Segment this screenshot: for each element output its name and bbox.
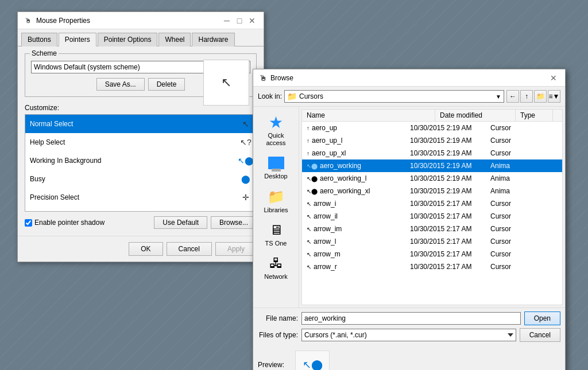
apply-button[interactable]: Apply (215, 242, 257, 256)
up-button[interactable]: ↑ (520, 90, 533, 103)
shadow-checkbox[interactable] (25, 219, 32, 227)
new-folder-button[interactable]: 📁 (534, 90, 547, 103)
file-date-7: 10/30/2015 2:17 AM (405, 211, 486, 221)
arrow-l-icon: ↖ (307, 239, 311, 245)
table-row[interactable]: ↖arrow_i 10/30/2015 2:17 AM Cursor (302, 197, 562, 210)
nav-quick-access[interactable]: ★ Quick access (256, 111, 296, 150)
tabs-bar: Buttons Pointers Pointer Options Wheel H… (18, 29, 264, 46)
mouse-props-title: Mouse Properties (36, 17, 90, 25)
table-row[interactable]: ↖arrow_l 10/30/2015 2:17 AM Cursor (302, 235, 562, 248)
tab-hardware[interactable]: Hardware (192, 33, 234, 46)
file-name-arrow-m: ↖arrow_m (302, 249, 405, 259)
filename-row: File name: Open (258, 311, 560, 325)
col-type[interactable]: Type (516, 110, 553, 121)
col-date[interactable]: Date modified (435, 110, 516, 121)
open-button[interactable]: Open (524, 311, 560, 325)
file-date-3: 10/30/2015 2:19 AM (405, 161, 486, 171)
file-type-8: Cursor (486, 224, 532, 234)
browse-titlebar-controls: ✕ (548, 72, 559, 84)
table-row-selected[interactable]: ↖⬤aero_working 10/30/2015 2:19 AM Anima (302, 159, 562, 172)
browse-right-panel: Name Date modified Type ↑aero_up 10/30/2… (299, 107, 565, 307)
ok-button[interactable]: OK (129, 242, 163, 256)
file-type-7: Cursor (486, 211, 532, 221)
view-button[interactable]: ≡▼ (548, 90, 560, 103)
cancel-button[interactable]: Cancel (167, 242, 212, 256)
lookin-value: Cursors (299, 92, 323, 100)
maximize-button[interactable]: □ (234, 15, 245, 26)
cursor-preview-box: ↖ (203, 60, 249, 106)
list-item-busy[interactable]: Busy ⬤ (25, 170, 256, 188)
file-name-aero-up-l: ↑aero_up_l (302, 135, 405, 146)
nav-network[interactable]: 🖧 Network (256, 252, 296, 283)
table-row[interactable]: ↖arrow_r 10/30/2015 2:17 AM Cursor (302, 260, 562, 271)
minimize-button[interactable]: ─ (221, 15, 233, 26)
delete-button[interactable]: Delete (148, 78, 185, 91)
customize-list[interactable]: Normal Select ↖ Help Select ↖? Working I… (25, 114, 257, 212)
shadow-checkbox-label[interactable]: Enable pointer shadow (25, 219, 105, 227)
table-row[interactable]: ↖arrow_m 10/30/2015 2:17 AM Cursor (302, 248, 562, 260)
file-type-10: Cursor (486, 249, 532, 259)
lookin-folder-icon: 📁 (287, 92, 297, 101)
filename-input[interactable] (301, 312, 521, 325)
arrow-im-icon: ↖ (307, 226, 311, 232)
lookin-bar: Look in: 📁 Cursors ▼ ← ↑ 📁 ≡▼ (253, 87, 565, 107)
save-as-button[interactable]: Save As... (96, 78, 145, 91)
table-row[interactable]: ↑aero_up 10/30/2015 2:19 AM Cursor (302, 122, 562, 134)
cursor-preview-icon: ↖ (221, 75, 231, 90)
lookin-select[interactable]: 📁 Cursors ▼ (284, 90, 504, 103)
file-date-0: 10/30/2015 2:19 AM (405, 123, 486, 133)
list-item-normal-select[interactable]: Normal Select ↖ (25, 115, 256, 133)
browse-cancel-button[interactable]: Cancel (520, 328, 560, 342)
filetype-select[interactable]: Cursors (*.ani, *.cur) (301, 329, 516, 341)
browse-button[interactable]: Browse... (211, 216, 257, 229)
arrow-i-icon: ↖ (307, 201, 311, 207)
nav-libraries[interactable]: 📁 Libraries (256, 186, 296, 217)
table-row[interactable]: ↖⬤aero_working_l 10/30/2015 2:19 AM Anim… (302, 172, 562, 185)
file-type-4: Anima (486, 173, 532, 184)
network-shape: 🖧 (269, 255, 283, 271)
mouse-props-titlebar: 🖱 Mouse Properties ─ □ ✕ (18, 12, 264, 29)
quick-access-icon: ★ (267, 114, 285, 130)
desktop-icon (267, 155, 285, 171)
star-icon: ★ (269, 113, 283, 132)
browse-left-panel: ★ Quick access Desktop 📁 Libraries 🖥 (253, 107, 299, 307)
libraries-label: Libraries (264, 207, 288, 214)
nav-desktop[interactable]: Desktop (256, 152, 296, 183)
mouse-properties-window: 🖱 Mouse Properties ─ □ ✕ Buttons Pointer… (17, 11, 264, 262)
table-row[interactable]: ↖arrow_il 10/30/2015 2:17 AM Cursor (302, 210, 562, 223)
file-type-2: Cursor (486, 148, 532, 158)
list-item-precision-select[interactable]: Precision Select ✛ (25, 188, 256, 207)
file-list[interactable]: Name Date modified Type ↑aero_up 10/30/2… (301, 109, 563, 305)
close-button[interactable]: ✕ (246, 15, 258, 26)
file-date-4: 10/30/2015 2:19 AM (405, 173, 486, 184)
tab-pointer-options[interactable]: Pointer Options (98, 33, 158, 46)
help-select-icon: ↖? (240, 137, 252, 148)
use-default-button[interactable]: Use Default (154, 216, 207, 229)
scheme-label: Scheme (30, 49, 59, 57)
file-name-arrow-im: ↖arrow_im (302, 224, 405, 234)
back-button[interactable]: ← (506, 90, 519, 103)
file-name-arrow-l: ↖arrow_l (302, 236, 405, 247)
nav-tsone[interactable]: 🖥 TS One (256, 219, 296, 250)
browse-close-button[interactable]: ✕ (548, 72, 559, 84)
col-name[interactable]: Name (302, 110, 435, 121)
file-name-aero-working-l: ↖⬤aero_working_l (302, 173, 405, 184)
tab-pointers[interactable]: Pointers (59, 33, 96, 46)
table-row[interactable]: ↑aero_up_l 10/30/2015 2:19 AM Cursor (302, 134, 562, 147)
file-list-scroll[interactable]: ↑aero_up 10/30/2015 2:19 AM Cursor ↑aero… (302, 122, 562, 271)
preview-cursor-icon: ↖⬤ (303, 359, 323, 370)
network-icon: 🖧 (267, 255, 285, 271)
table-row[interactable]: ↖⬤aero_working_xl 10/30/2015 2:19 AM Ani… (302, 185, 562, 197)
tab-wheel[interactable]: Wheel (158, 33, 191, 46)
list-item-help-select[interactable]: Help Select ↖? (25, 133, 256, 151)
table-row[interactable]: ↑aero_up_xl 10/30/2015 2:19 AM Cursor (302, 147, 562, 159)
file-date-9: 10/30/2015 2:17 AM (405, 236, 486, 247)
file-name-arrow-i: ↖arrow_i (302, 198, 405, 209)
table-row[interactable]: ↖arrow_im 10/30/2015 2:17 AM Cursor (302, 223, 562, 235)
tab-buttons[interactable]: Buttons (21, 33, 57, 46)
desktop-label: Desktop (264, 173, 287, 180)
list-item-working-background[interactable]: Working In Background ↖⬤ (25, 151, 256, 170)
file-name-arrow-r: ↖arrow_r (302, 262, 405, 271)
precision-icon: ✛ (240, 192, 252, 203)
libraries-icon: 📁 (267, 189, 285, 205)
